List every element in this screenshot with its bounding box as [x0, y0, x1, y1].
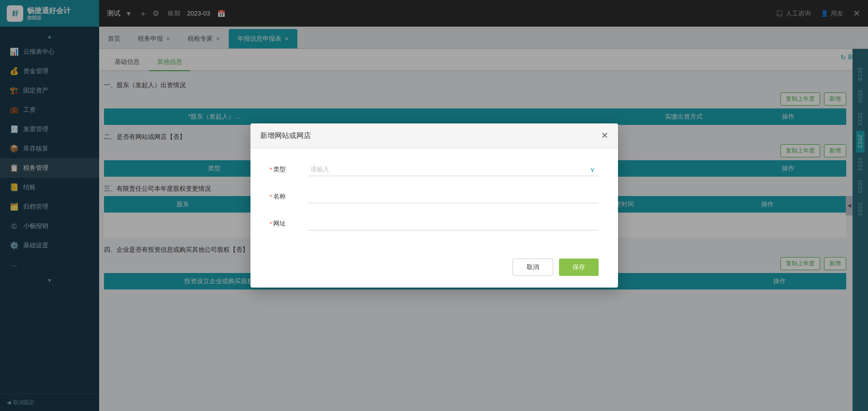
url-input-wrap: [309, 217, 599, 230]
dialog-footer: 取消 保存: [250, 254, 618, 288]
dialog-body: * 类型 ∨ * 名称 *: [250, 148, 618, 254]
form-row-type: * 类型 ∨: [270, 163, 599, 176]
save-button[interactable]: 保存: [559, 259, 599, 276]
type-label: * 类型: [270, 165, 309, 174]
name-input[interactable]: [309, 190, 599, 203]
form-row-name: * 名称: [270, 190, 599, 203]
url-input[interactable]: [309, 217, 599, 230]
dialog-header: 新增网站或网店 ✕: [250, 123, 618, 148]
form-row-url: * 网址: [270, 217, 599, 230]
cancel-button[interactable]: 取消: [513, 259, 553, 276]
type-input-wrap: ∨: [309, 163, 599, 176]
name-input-wrap: [309, 190, 599, 203]
name-label: * 名称: [270, 192, 309, 201]
dialog-title: 新增网站或网店: [260, 131, 311, 140]
dialog-add-website: 新增网站或网店 ✕ * 类型 ∨ * 名称: [250, 123, 618, 288]
dialog-overlay: 新增网站或网店 ✕ * 类型 ∨ * 名称: [0, 0, 868, 411]
url-label: * 网址: [270, 219, 309, 228]
dialog-close-btn[interactable]: ✕: [601, 130, 608, 141]
type-input[interactable]: [309, 163, 599, 176]
